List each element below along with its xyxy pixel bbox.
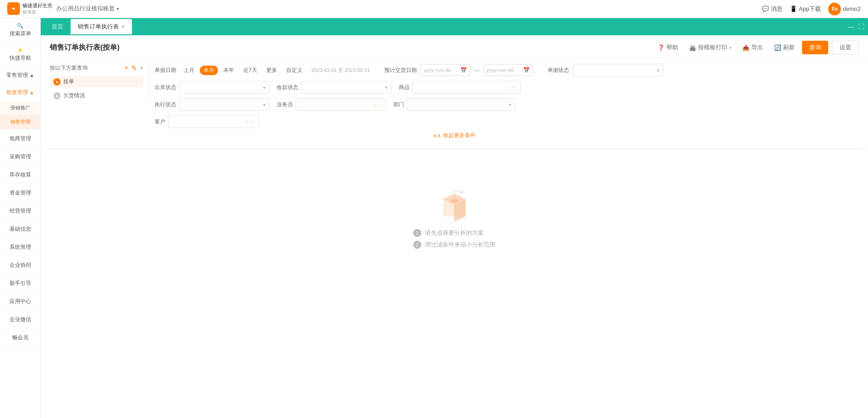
collapse-scheme-icon[interactable]: « — [140, 64, 143, 72]
print-button[interactable]: 🖨️ 按模板打印 ▾ — [685, 42, 735, 53]
product-group: 商品 ··· — [399, 81, 521, 94]
logo-main-text: 畅捷通好生意 — [23, 2, 52, 9]
app-download-button[interactable]: 📱 App下载 — [790, 5, 821, 13]
tab-home-label: 首页 — [52, 23, 63, 31]
marketing-label: 营销推广 — [10, 105, 30, 110]
order-status-caret: ▾ — [657, 68, 659, 73]
date-btn-custom[interactable]: 自定义 — [283, 66, 306, 75]
sidebar-item-wechat[interactable]: 企业微信 — [0, 310, 40, 328]
filter-row-4: 客户 ··· — [155, 115, 859, 128]
app-download-label: App下载 — [799, 5, 821, 13]
payment-status-group: 收款状态 ▾ — [277, 81, 392, 94]
date-btn-this-month[interactable]: 本月 — [200, 66, 218, 75]
page-title: 销售订单执行表(按单) — [50, 43, 120, 52]
operations-label: 经营管理 — [2, 207, 38, 215]
date-btn-more[interactable]: 更多 — [263, 66, 281, 75]
execution-status-label: 执行状态 — [155, 101, 176, 109]
shipping-status-select[interactable]: ▾ — [179, 81, 269, 94]
user-menu[interactable]: Ea demo2 — [828, 3, 861, 15]
message-button[interactable]: 💬 消息 — [762, 5, 783, 13]
delivery-date-start-input[interactable]: yyyy-mm-dd 📅 — [420, 64, 470, 76]
help-button[interactable]: ❓ 帮助 — [654, 42, 682, 53]
customer-select[interactable]: ··· — [168, 115, 259, 128]
sidebar-item-quicknav[interactable]: ⚡ 快捷导航 — [0, 43, 40, 67]
payment-caret: ▾ — [385, 85, 387, 90]
edit-scheme-icon[interactable]: ✎ — [131, 64, 137, 72]
sidebar-item-purchase[interactable]: 采购管理 — [0, 147, 40, 166]
sidebar-item-vip[interactable]: 畅会员 — [0, 328, 40, 347]
page-content: 销售订单执行表(按单) ❓ 帮助 🖨️ 按模板打印 ▾ 📤 导出 — [41, 35, 868, 418]
scheme-order-icon: ● — [53, 78, 61, 86]
help-label: 帮助 — [666, 43, 678, 52]
tab-fullscreen-icon[interactable]: ⛶ — [858, 23, 864, 30]
breadcrumb-text: 办公用品行业模拟账套 — [56, 5, 115, 13]
date-btn-last-month[interactable]: 上月 — [180, 66, 198, 75]
order-status-label: 单据状态 — [547, 66, 569, 74]
empty-hints: 1 请先选择要分析的方案 2 用过滤条件来缩小分析范围 — [413, 229, 495, 249]
filter-fields-area: 单据日期 上月 本月 本年 近7天 更多 自定义 2023-03-01 至 20… — [155, 64, 859, 128]
salesperson-select[interactable]: ··· — [296, 98, 386, 111]
sidebar-item-finance[interactable]: 资金管理 — [0, 184, 40, 202]
sidebar-sub-item-sales[interactable]: 销售管理 — [0, 115, 40, 129]
salesperson-label: 业务员 — [277, 101, 293, 109]
tab-close-all-icon[interactable]: — — [848, 23, 854, 30]
sidebar-item-newbie[interactable]: 新手引导 — [0, 274, 40, 292]
page-actions-row: ❓ 帮助 🖨️ 按模板打印 ▾ 📤 导出 🔄 刷新 — [654, 41, 859, 54]
delivery-date-end-placeholder: yyyy-mm-dd — [486, 67, 514, 73]
date-btn-last-7[interactable]: 近7天 — [240, 66, 261, 75]
sidebar-item-wholesale[interactable]: 批发管理 ▲ — [0, 84, 40, 101]
shipping-status-label: 出库状态 — [155, 84, 176, 91]
sidebar-item-operations[interactable]: 经营管理 — [0, 202, 40, 220]
department-select[interactable]: ▾ — [407, 98, 515, 111]
sidebar-group-wholesale: 批发管理 ▲ 营销推广 销售管理 — [0, 84, 40, 129]
sidebar-item-retail[interactable]: 零售管理 ▲ — [0, 67, 40, 84]
tab-sales-order[interactable]: 销售订单执行表 × — [71, 19, 132, 34]
sidebar-item-ecommerce[interactable]: 电商管理 — [0, 129, 40, 147]
delivery-date-end-input[interactable]: yyyy-mm-dd 📅 — [483, 64, 533, 76]
refresh-label: 刷新 — [783, 43, 795, 52]
tab-sales-order-label: 销售订单执行表 — [78, 23, 119, 31]
sidebar-item-basic[interactable]: 基础信息 — [0, 220, 40, 238]
wholesale-label: 批发管理 — [6, 89, 28, 96]
filter-scheme-order[interactable]: ● 按单 — [50, 76, 143, 87]
filter-scheme-list: ● 按单 ● 欠货情况 — [50, 76, 143, 101]
date-buttons: 上月 本月 本年 近7天 更多 自定义 — [180, 66, 306, 75]
logo-area: 畅捷通好生意 标准版 — [7, 2, 52, 15]
salesperson-group: 业务员 ··· — [277, 98, 386, 111]
search-icon: 🔍 — [2, 23, 38, 29]
empty-hint-2: 2 用过滤条件来缩小分析范围 — [413, 241, 495, 249]
query-button[interactable]: 查询 — [802, 41, 828, 54]
sidebar-item-enterprise[interactable]: 企业协同 — [0, 256, 40, 274]
product-more-icon: ··· — [509, 84, 517, 91]
sidebar-item-search[interactable]: 🔍 搜索菜单 — [0, 18, 40, 43]
tab-home[interactable]: 首页 — [44, 19, 71, 34]
sidebar-item-system[interactable]: 系统管理 — [0, 238, 40, 256]
main-layout: 🔍 搜索菜单 ⚡ 快捷导航 零售管理 ▲ 批发管理 ▲ 营销推广 销售管理 — [0, 18, 868, 418]
breadcrumb-dropdown-icon[interactable]: ▾ — [117, 6, 119, 11]
payment-status-select[interactable]: ▾ — [301, 81, 392, 94]
collapse-more-filters-button[interactable]: ∧∧ 收起更多条件 — [50, 128, 859, 143]
print-label: 按模板打印 — [698, 43, 727, 52]
sidebar-item-appstore[interactable]: 应用中心 — [0, 292, 40, 310]
product-select[interactable]: ··· — [412, 81, 521, 94]
appstore-label: 应用中心 — [2, 298, 38, 305]
empty-state-icon — [436, 185, 472, 222]
wholesale-expand-icon: ▲ — [30, 90, 34, 95]
refresh-button[interactable]: 🔄 刷新 — [770, 42, 798, 53]
quicknav-icon: ⚡ — [2, 47, 38, 53]
sidebar-sub-item-marketing[interactable]: 营销推广 — [0, 101, 40, 115]
settings-button[interactable]: 设置 — [832, 41, 859, 54]
retail-expand-icon: ▲ — [30, 73, 34, 78]
tab-bar-right: — ⛶ — [848, 23, 864, 30]
tab-close-icon[interactable]: × — [122, 24, 125, 30]
add-scheme-icon[interactable]: + — [124, 64, 128, 72]
sidebar: 🔍 搜索菜单 ⚡ 快捷导航 零售管理 ▲ 批发管理 ▲ 营销推广 销售管理 — [0, 18, 41, 418]
execution-status-select[interactable]: ▾ — [179, 98, 269, 111]
sidebar-item-inventory[interactable]: 库存核算 — [0, 166, 40, 184]
filter-scheme-arrears[interactable]: ● 欠货情况 — [50, 90, 143, 101]
system-label: 系统管理 — [2, 243, 38, 251]
order-status-select[interactable]: ▾ — [573, 64, 663, 76]
customer-group: 客户 ··· — [155, 115, 259, 128]
date-btn-this-year[interactable]: 本年 — [220, 66, 238, 75]
export-button[interactable]: 📤 导出 — [739, 42, 767, 53]
